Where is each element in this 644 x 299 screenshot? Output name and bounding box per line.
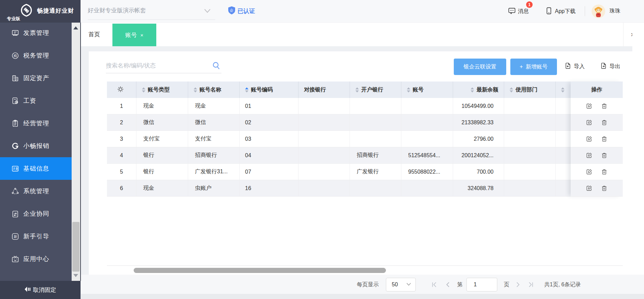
avatar[interactable] bbox=[592, 4, 605, 18]
prev-page-button[interactable] bbox=[445, 282, 451, 288]
column-header-seq[interactable] bbox=[107, 82, 136, 98]
table-row[interactable]: 1现金现金0110549499.00 bbox=[107, 98, 623, 114]
chevron-down-icon[interactable] bbox=[202, 7, 212, 16]
column-header-bank[interactable]: 开户银行 bbox=[350, 82, 401, 98]
sidebar-item-enterprise-collaboration[interactable]: 企业协同 bbox=[0, 202, 72, 225]
cell-balance: 700.00 bbox=[453, 164, 504, 180]
messages-button[interactable]: 消息 bbox=[508, 7, 529, 16]
sidebar-item-tax-management[interactable]: 税税务管理 bbox=[0, 44, 72, 67]
edit-icon[interactable] bbox=[586, 152, 592, 159]
sidebar-item-fixed-assets[interactable]: 固定资产 bbox=[0, 67, 72, 89]
table-row[interactable]: 4银行招商银行04招商银行512548554...200124052... bbox=[107, 147, 623, 164]
unpin-sidebar-button[interactable]: 取消固定 bbox=[0, 281, 81, 299]
cell-dept bbox=[504, 114, 556, 130]
gear-icon[interactable] bbox=[117, 86, 124, 94]
last-page-button[interactable] bbox=[528, 282, 534, 288]
table-row[interactable]: 6现金虫账户16324088.78 bbox=[107, 180, 623, 197]
sidebar-menu: 发票管理税税务管理固定资产工资经营管理小畅报销基础信息系统管理企业协同新新手引导… bbox=[0, 23, 72, 281]
search-input[interactable] bbox=[106, 60, 205, 72]
sort-arrows-icon[interactable] bbox=[194, 87, 197, 92]
sidebar-item-basic-info[interactable]: 基础信息 bbox=[0, 157, 72, 180]
edit-icon[interactable] bbox=[586, 103, 592, 109]
table-row[interactable]: 2微信微信0221338982.33 bbox=[107, 114, 623, 131]
export-label: 导出 bbox=[609, 63, 620, 70]
cell-dept bbox=[504, 180, 556, 196]
system-icon bbox=[11, 187, 19, 195]
sort-arrows-icon[interactable] bbox=[245, 87, 248, 92]
sidebar: 畅捷通好业财 专业版 发票管理税税务管理固定资产工资经营管理小畅报销基础信息系统… bbox=[0, 0, 81, 299]
pagination-summary: 共1页, 6条记录 bbox=[544, 281, 581, 288]
trash-icon[interactable] bbox=[601, 136, 607, 142]
verified-badge[interactable]: 企 已认证 bbox=[228, 6, 255, 16]
trash-icon[interactable] bbox=[601, 120, 607, 126]
edit-icon[interactable] bbox=[586, 185, 592, 191]
edit-icon[interactable] bbox=[586, 120, 592, 126]
assets-icon bbox=[11, 74, 19, 82]
sidebar-item-app-center[interactable]: 应用中心 bbox=[0, 248, 72, 270]
cell-code: 01 bbox=[240, 98, 299, 114]
cell-balance: 324088.78 bbox=[453, 180, 504, 196]
tab-close-icon[interactable]: × bbox=[141, 32, 144, 38]
tab-home[interactable]: 首页 bbox=[88, 23, 100, 46]
cell-type: 现金 bbox=[136, 98, 188, 114]
scroll-up-icon[interactable] bbox=[73, 26, 78, 29]
column-header-balance[interactable]: 最新余额 bbox=[453, 82, 504, 98]
username-label[interactable]: 珠珠 bbox=[609, 8, 620, 15]
scroll-down-icon[interactable] bbox=[73, 274, 78, 277]
import-button[interactable]: 导入 bbox=[564, 62, 585, 71]
trash-icon[interactable] bbox=[601, 185, 607, 191]
cell-link_bank bbox=[299, 180, 350, 196]
trash-icon[interactable] bbox=[601, 152, 607, 159]
sidebar-scrollbar-thumb[interactable] bbox=[72, 222, 80, 272]
sort-arrows-icon[interactable] bbox=[561, 87, 564, 92]
app-download-button[interactable]: App下载 bbox=[545, 7, 575, 16]
sidebar-item-operations-management[interactable]: 经营管理 bbox=[0, 112, 72, 135]
pagination-bar: 每页显示 50 第 页 共1页, 6条记录 bbox=[81, 275, 644, 294]
sort-arrows-icon[interactable] bbox=[142, 87, 145, 92]
trash-icon[interactable] bbox=[601, 103, 607, 109]
bank-cloud-settings-button[interactable]: 银企云联设置 bbox=[454, 59, 506, 75]
sort-arrows-icon[interactable] bbox=[471, 87, 474, 92]
export-button[interactable]: 导出 bbox=[600, 62, 620, 71]
column-header-type[interactable]: 账号类型 bbox=[136, 82, 188, 98]
column-header-name[interactable]: 账号名称 bbox=[188, 82, 240, 98]
cell-seq: 6 bbox=[107, 180, 136, 196]
trash-icon[interactable] bbox=[601, 169, 607, 175]
account-set-dropdown[interactable]: 好业财专业版演示帐套 bbox=[88, 7, 146, 14]
chanjet-logo-icon bbox=[19, 3, 34, 17]
sidebar-item-expense-claim[interactable]: 小畅报销 bbox=[0, 135, 72, 157]
cell-bank bbox=[350, 180, 401, 196]
add-account-button[interactable]: +新增账号 bbox=[510, 59, 557, 75]
page-size-select[interactable]: 50 bbox=[386, 278, 416, 291]
sidebar-item-system-management[interactable]: 系统管理 bbox=[0, 180, 72, 202]
messages-badge: 1 bbox=[526, 1, 533, 8]
operations-row bbox=[571, 114, 623, 131]
page-number-input[interactable] bbox=[466, 278, 497, 291]
sort-arrows-icon[interactable] bbox=[407, 87, 410, 92]
sort-arrows-icon[interactable] bbox=[510, 87, 513, 92]
tab-accounts[interactable]: 账号 × bbox=[112, 24, 156, 46]
column-header-dept[interactable]: 使用部门 bbox=[504, 82, 556, 98]
column-header-code[interactable]: 账号编码 bbox=[240, 82, 299, 98]
edit-icon[interactable] bbox=[586, 169, 592, 175]
first-page-button[interactable] bbox=[431, 282, 437, 288]
next-page-button[interactable] bbox=[515, 282, 521, 288]
sort-arrows-icon[interactable] bbox=[355, 87, 359, 92]
cell-seq: 4 bbox=[107, 147, 136, 163]
unpin-icon bbox=[24, 286, 31, 294]
table-row[interactable]: 3支付宝支付宝032796.00 bbox=[107, 131, 623, 147]
edit-icon[interactable] bbox=[586, 136, 592, 142]
sidebar-item-salary[interactable]: 工资 bbox=[0, 89, 72, 112]
search-icon[interactable] bbox=[212, 61, 221, 71]
table-row[interactable]: 5银行广发银行31...07广发银行955088022...700.00 bbox=[107, 164, 623, 180]
sidebar-item-label: 基础信息 bbox=[23, 164, 49, 173]
cell-code: 07 bbox=[240, 164, 299, 180]
sidebar-item-newbie-guide[interactable]: 新新手引导 bbox=[0, 225, 72, 248]
sidebar-scrollbar[interactable] bbox=[72, 23, 80, 281]
sidebar-item-invoice-management[interactable]: 发票管理 bbox=[0, 23, 72, 44]
horizontal-scrollbar-thumb[interactable] bbox=[134, 268, 386, 273]
svg-text:新: 新 bbox=[13, 235, 17, 238]
app-title: 畅捷通好业财 bbox=[37, 7, 74, 15]
column-header-account[interactable]: 账号 bbox=[401, 82, 453, 98]
sidebar-item-label: 应用中心 bbox=[23, 255, 49, 263]
